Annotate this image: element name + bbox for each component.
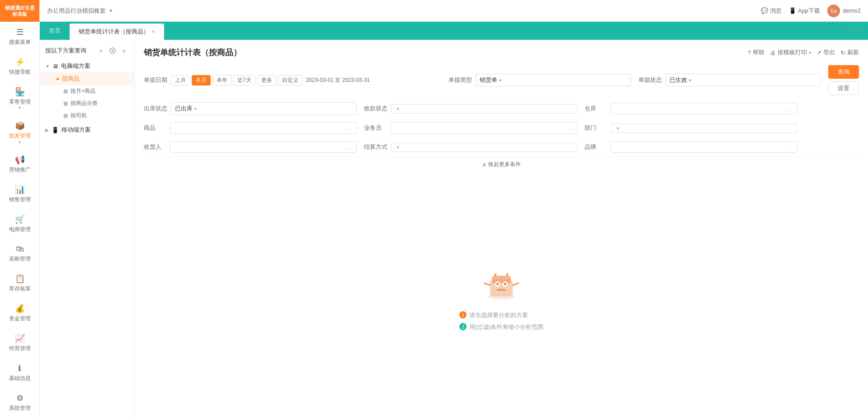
retail-arrow: ▼ xyxy=(18,106,22,110)
sidebar-item-finance[interactable]: 💰 资金管理 xyxy=(0,298,39,328)
svg-point-8 xyxy=(504,283,506,285)
mobile-group-header[interactable]: ▶ 📱 移动端方案 xyxy=(40,124,134,136)
desktop-group: ▼ 🖥 电脑端方案 ● 按商品 ▦ 按月+商品 ▦ 按商品分类 ▦ xyxy=(40,60,134,122)
app-download-btn[interactable]: 📱 App下载 xyxy=(789,7,820,15)
sidebar-item-ecommerce[interactable]: 🛒 电商管理 xyxy=(0,209,39,239)
desktop-group-header[interactable]: ▼ 🖥 电脑端方案 xyxy=(40,60,134,72)
sidebar-item-marketing[interactable]: 📢 营销推广 xyxy=(0,149,39,179)
filter-receiver: 收货人 … xyxy=(144,141,357,153)
warehouse-dots[interactable]: … xyxy=(787,105,793,112)
doc-type-value: 销货单 xyxy=(480,76,497,84)
date-btn-last-month[interactable]: 上月 xyxy=(171,75,190,86)
collapse-panel-btn[interactable]: « xyxy=(120,46,129,55)
dept-select[interactable]: ▾ xyxy=(611,124,797,133)
date-btn-7days[interactable]: 近7天 xyxy=(233,75,255,86)
help-btn[interactable]: ? 帮助 xyxy=(748,48,764,57)
filter-row-1: 单据日期 上月 本月 本年 近7天 更多 自定义 2023-03-01 至 20… xyxy=(144,62,859,99)
sidebar-item-management[interactable]: 📈 经营管理 xyxy=(0,328,39,358)
filter-warehouse: 仓库 … xyxy=(585,103,797,114)
sidebar-item-finance-label: 资金管理 xyxy=(9,315,31,323)
maximize-btn[interactable]: ⤢ xyxy=(858,28,864,34)
filter-date: 单据日期 上月 本月 本年 近7天 更多 自定义 2023-03-01 至 20… xyxy=(144,75,448,86)
sidebar-item-sales[interactable]: 📊 销售管理 xyxy=(0,179,39,209)
sub-item-category-label: 按商品分类 xyxy=(71,100,98,107)
collapse-label: 收起更多条件 xyxy=(488,161,521,168)
out-status-label: 出库状态 xyxy=(144,104,167,113)
brand-dots[interactable]: … xyxy=(787,143,793,151)
query-button[interactable]: 查询 xyxy=(828,65,859,79)
sub-item-month-goods[interactable]: ▦ 按月+商品 xyxy=(40,85,134,97)
user-btn[interactable]: Ea demo2 xyxy=(827,5,861,17)
tip-text-1: 请先选择要分析的方案 xyxy=(469,311,528,319)
sidebar-item-nav[interactable]: ⚡ 快捷导航 xyxy=(0,52,39,81)
sidebar-item-management-label: 经营管理 xyxy=(9,345,31,352)
settlement-select[interactable]: ▾ xyxy=(391,142,577,152)
avatar: Ea xyxy=(827,5,840,17)
mobile-arrow: ▶ xyxy=(45,128,49,133)
date-btn-this-month[interactable]: 本月 xyxy=(192,75,211,86)
sub-item-category[interactable]: ▦ 按商品分类 xyxy=(40,97,134,109)
receipt-status-select[interactable]: ▾ xyxy=(391,104,577,114)
close-window-btn[interactable]: × xyxy=(849,28,855,34)
salesperson-dots[interactable]: … xyxy=(567,124,573,132)
print-dropdown-icon[interactable]: ▾ xyxy=(809,50,811,55)
tip-num-1: 1 xyxy=(459,311,467,318)
sidebar-item-retail[interactable]: 🏪 零售管理 ▼ xyxy=(0,81,39,115)
date-btn-custom[interactable]: 自定义 xyxy=(278,75,302,86)
logo[interactable]: 畅捷通好生意 标准版 xyxy=(0,0,39,22)
filter-salesperson: 业务员 … xyxy=(364,122,577,134)
ecommerce-icon: 🛒 xyxy=(15,214,25,224)
sidebar-item-purchase[interactable]: 🛍 采购管理 xyxy=(0,239,39,268)
topbar-right: 💬 消息 📱 App下载 Ea demo2 xyxy=(761,5,861,17)
add-scheme-btn[interactable]: + xyxy=(96,46,105,55)
receiver-input[interactable]: … xyxy=(170,141,357,153)
industry-dropdown-icon[interactable]: ▾ xyxy=(109,7,113,14)
sidebar-item-basic-info[interactable]: ℹ 基础信息 xyxy=(0,358,39,388)
sidebar-item-inventory[interactable]: 📋 库存核算 xyxy=(0,268,39,298)
desktop-icon: 🖥 xyxy=(52,63,58,70)
tip-text-2: 用[过滤]条件来缩小分析范围 xyxy=(469,323,543,331)
doc-status-select[interactable]: 已生效 ▾ xyxy=(665,74,821,86)
tree-item-by-goods[interactable]: ● 按商品 xyxy=(40,72,134,85)
edit-scheme-btn[interactable] xyxy=(108,46,117,55)
sidebar-item-wholesale[interactable]: 📦 批发管理 ▲ xyxy=(0,115,39,149)
wholesale-arrow: ▲ xyxy=(18,140,22,144)
tab-close-icon[interactable]: × xyxy=(152,28,155,35)
collapse-bar[interactable]: ∧ 收起更多条件 xyxy=(144,157,859,172)
tree-item-by-goods-label: 按商品 xyxy=(62,75,80,83)
tab-home[interactable]: 首页 xyxy=(40,22,70,40)
out-status-arrow: ▾ xyxy=(194,106,197,111)
industry-name: 办公用品行业模拟账套 xyxy=(47,7,106,15)
brand-input[interactable]: … xyxy=(611,141,797,153)
sidebar-item-search[interactable]: ☰ 搜索菜单 xyxy=(0,22,39,52)
sub-icon-category: ▦ xyxy=(63,100,68,106)
sub-item-driver[interactable]: ▦ 按司机 xyxy=(40,109,134,122)
filter-dept: 部门 ▾ xyxy=(585,124,797,133)
receiver-dots[interactable]: … xyxy=(346,143,353,151)
print-btn[interactable]: 🖨 按模板打印 ▾ xyxy=(770,48,811,57)
sub-icon-month: ▦ xyxy=(63,88,68,94)
export-icon: ↗ xyxy=(816,49,821,56)
tab-active[interactable]: 销货单统计计表（按商品） × xyxy=(70,24,164,40)
settings-button[interactable]: 设置 xyxy=(828,81,859,95)
out-status-select[interactable]: 已出库 ▾ xyxy=(171,102,357,115)
header-actions: ? 帮助 🖨 按模板打印 ▾ ↗ 导出 ↻ 刷新 xyxy=(748,48,859,57)
refresh-btn[interactable]: ↻ 刷新 xyxy=(840,48,859,57)
export-btn[interactable]: ↗ 导出 xyxy=(816,48,835,57)
date-btn-more[interactable]: 更多 xyxy=(257,75,276,86)
warehouse-input[interactable]: … xyxy=(611,103,797,114)
collapse-up-icon: ∧ xyxy=(482,162,486,168)
salesperson-input[interactable]: … xyxy=(390,122,577,134)
topbar: 办公用品行业模拟账套 ▾ 💬 消息 📱 App下载 Ea demo2 xyxy=(40,0,868,22)
tabbar: 首页 销货单统计计表（按商品） × × ⤢ xyxy=(40,22,868,40)
doc-type-select[interactable]: 销货单 ▾ xyxy=(476,74,631,86)
avatar-text: Ea xyxy=(831,8,837,14)
panel-title: 按以下方案查询 xyxy=(45,47,86,55)
goods-dots[interactable]: … xyxy=(346,124,353,132)
date-btn-this-year[interactable]: 本年 xyxy=(212,75,231,86)
sidebar-item-system[interactable]: ⚙ 系统管理 xyxy=(0,388,39,418)
messages-btn[interactable]: 💬 消息 xyxy=(761,7,782,15)
goods-input[interactable]: … xyxy=(170,122,357,134)
purchase-icon: 🛍 xyxy=(16,244,24,254)
empty-tip-1: 1 请先选择要分析的方案 xyxy=(459,311,543,319)
